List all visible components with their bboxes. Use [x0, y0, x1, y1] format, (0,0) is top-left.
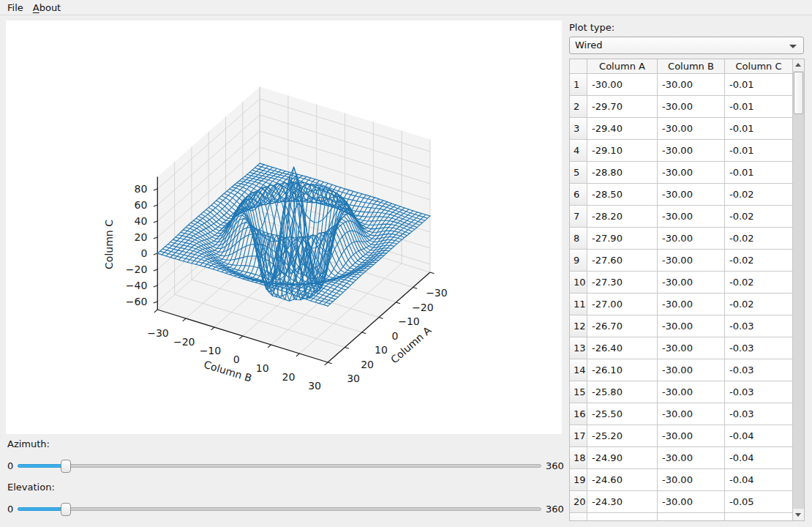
table-row[interactable]: 18-24.90-30.00-0.04	[570, 447, 792, 469]
cell-column-a[interactable]: -27.30	[587, 272, 658, 294]
row-number[interactable]: 10	[570, 272, 587, 294]
cell-column-c[interactable]: -0.01	[725, 140, 792, 162]
row-number[interactable]: 8	[570, 228, 587, 250]
cell-column-a[interactable]: -28.50	[587, 184, 658, 206]
table-row[interactable]: 6-28.50-30.00-0.02	[570, 184, 792, 206]
table-row[interactable]: 7-28.20-30.00-0.02	[570, 206, 792, 228]
cell-column-a[interactable]: -26.70	[587, 315, 658, 337]
cell-column-c[interactable]: -0.02	[725, 206, 792, 228]
row-number[interactable]: 17	[570, 425, 587, 447]
cell-column-b[interactable]: -30.00	[658, 162, 725, 184]
row-number[interactable]: 12	[570, 315, 587, 337]
cell-column-a[interactable]: -29.40	[587, 118, 658, 140]
cell-column-c[interactable]: -0.03	[725, 359, 792, 381]
cell-column-b[interactable]: -30.00	[658, 118, 725, 140]
cell-column-a[interactable]: -28.20	[587, 206, 658, 228]
cell-column-b[interactable]: -30.00	[658, 294, 725, 315]
row-number[interactable]: 15	[570, 381, 587, 403]
cell-column-a[interactable]: -25.80	[587, 381, 658, 403]
table-header-column-b[interactable]: Column B	[658, 59, 725, 74]
row-number[interactable]: 6	[570, 184, 587, 206]
scrollbar-up-button[interactable]	[793, 59, 804, 71]
cell-column-c[interactable]: -0.02	[725, 250, 792, 272]
table-row[interactable]: 12-26.70-30.00-0.03	[570, 315, 792, 337]
cell-column-b[interactable]: -30.00	[658, 315, 725, 337]
menu-item-about[interactable]: About	[33, 2, 61, 13]
row-number[interactable]: 5	[570, 162, 587, 184]
slider-elevation[interactable]	[18, 502, 541, 517]
table-row[interactable]: 20-24.30-30.00-0.05	[570, 491, 792, 513]
menu-item-file[interactable]: File	[7, 2, 23, 13]
table-row[interactable]: 4-29.10-30.00-0.01	[570, 140, 792, 162]
cell-column-a[interactable]: -28.80	[587, 162, 658, 184]
cell-column-b[interactable]: -30.00	[658, 74, 725, 96]
table-vertical-scrollbar[interactable]	[792, 59, 804, 520]
cell-column-b[interactable]: -30.00	[658, 469, 725, 491]
table-row[interactable]: 1-30.00-30.00-0.01	[570, 74, 792, 96]
cell-column-b[interactable]: -30.00	[658, 140, 725, 162]
cell-column-b[interactable]: -30.00	[658, 381, 725, 403]
table-row[interactable]: 2-29.70-30.00-0.01	[570, 96, 792, 118]
cell-column-a[interactable]: -29.70	[587, 96, 658, 118]
table-row[interactable]: 11-27.00-30.00-0.02	[570, 294, 792, 315]
cell-column-c[interactable]: -0.04	[725, 425, 792, 447]
cell-column-a[interactable]: -29.10	[587, 140, 658, 162]
row-number[interactable]: 4	[570, 140, 587, 162]
plot-type-dropdown[interactable]: Wired	[569, 37, 804, 54]
cell-column-c[interactable]: -0.03	[725, 337, 792, 359]
cell-column-b[interactable]: -30.00	[658, 359, 725, 381]
cell-column-a[interactable]: -25.20	[587, 425, 658, 447]
row-number[interactable]: 1	[570, 74, 587, 96]
cell-column-b[interactable]: -30.00	[658, 250, 725, 272]
cell-column-c[interactable]: -0.05	[725, 491, 792, 513]
row-number[interactable]: 2	[570, 96, 587, 118]
table-row[interactable]: 5-28.80-30.00-0.01	[570, 162, 792, 184]
cell-column-b[interactable]: -30.00	[658, 206, 725, 228]
row-number[interactable]: 7	[570, 206, 587, 228]
row-number[interactable]: 9	[570, 250, 587, 272]
cell-column-a[interactable]: -25.50	[587, 403, 658, 425]
cell-column-c[interactable]: -0.02	[725, 184, 792, 206]
cell-column-c[interactable]: -0.03	[725, 403, 792, 425]
row-number[interactable]: 14	[570, 359, 587, 381]
cell-column-a[interactable]: -24.30	[587, 491, 658, 513]
cell-column-a[interactable]: -26.40	[587, 337, 658, 359]
cell-column-c[interactable]: -0.02	[725, 228, 792, 250]
azimuth-slider-track[interactable]	[18, 464, 541, 468]
azimuth-slider-handle[interactable]	[61, 460, 71, 473]
table-row[interactable]: 19-24.60-30.00-0.04	[570, 469, 792, 491]
cell-column-b[interactable]: -30.00	[658, 337, 725, 359]
scrollbar-thumb[interactable]	[794, 72, 803, 114]
cell-column-a[interactable]: -24.60	[587, 469, 658, 491]
cell-column-b[interactable]: -30.00	[658, 272, 725, 294]
table-row[interactable]: 14-26.10-30.00-0.03	[570, 359, 792, 381]
table-header-column-a[interactable]: Column A	[587, 59, 658, 74]
cell-column-b[interactable]: -30.00	[658, 228, 725, 250]
elevation-slider-handle[interactable]	[61, 503, 71, 516]
row-number[interactable]: 20	[570, 491, 587, 513]
cell-column-a[interactable]: -27.90	[587, 228, 658, 250]
cell-column-a[interactable]: -26.10	[587, 359, 658, 381]
table-header-column-c[interactable]: Column C	[725, 59, 792, 74]
cell-column-c[interactable]: -0.02	[725, 294, 792, 315]
cell-column-b[interactable]: -30.00	[658, 425, 725, 447]
cell-column-c[interactable]: -0.01	[725, 118, 792, 140]
cell-column-c[interactable]: -0.03	[725, 381, 792, 403]
table-row[interactable]: 15-25.80-30.00-0.03	[570, 381, 792, 403]
cell-column-a[interactable]: -30.00	[587, 74, 658, 96]
row-number[interactable]: 19	[570, 469, 587, 491]
cell-column-c[interactable]: -0.04	[725, 469, 792, 491]
cell-column-b[interactable]: -30.00	[658, 491, 725, 513]
table-row[interactable]: 9-27.60-30.00-0.02	[570, 250, 792, 272]
cell-column-b[interactable]: -30.00	[658, 184, 725, 206]
row-number[interactable]: 13	[570, 337, 587, 359]
table-row[interactable]: 17-25.20-30.00-0.04	[570, 425, 792, 447]
cell-column-c[interactable]: -0.04	[725, 447, 792, 469]
cell-column-a[interactable]: -27.00	[587, 294, 658, 315]
cell-column-c[interactable]: -0.03	[725, 315, 792, 337]
elevation-slider-track[interactable]	[18, 507, 541, 511]
row-number[interactable]: 3	[570, 118, 587, 140]
cell-column-b[interactable]: -30.00	[658, 403, 725, 425]
cell-column-a[interactable]: -27.60	[587, 250, 658, 272]
cell-column-c[interactable]: -0.02	[725, 272, 792, 294]
